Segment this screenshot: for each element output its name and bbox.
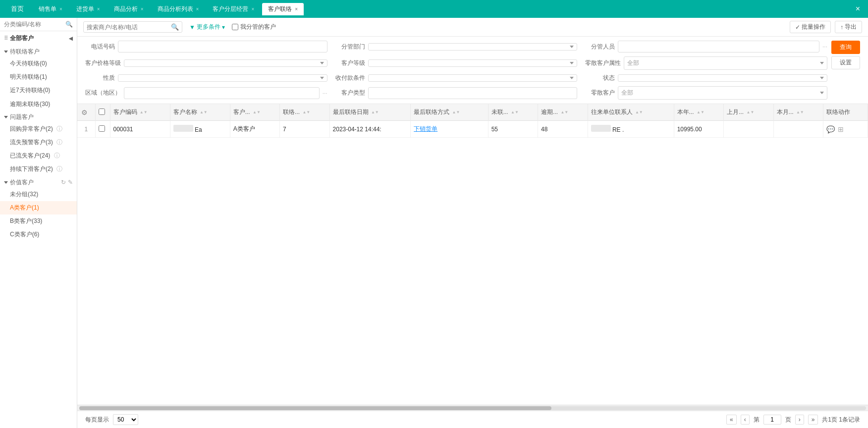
- export-icon: ↑: [840, 24, 843, 31]
- filter-status-select[interactable]: [618, 74, 827, 82]
- sidebar-item-today[interactable]: 今天待联络(0): [0, 57, 77, 70]
- nav-home[interactable]: 首页: [4, 2, 31, 15]
- filter-dept-select[interactable]: [368, 43, 578, 51]
- sidebar-item-repurchase-abnormal[interactable]: 回购异常客户(2) ⓘ: [0, 122, 77, 136]
- col-this-month[interactable]: 本月... ▲▼: [773, 104, 823, 121]
- sidebar-group-pending[interactable]: 待联络客户: [0, 46, 77, 57]
- nav-tab-sales[interactable]: 销售单 ×: [33, 3, 68, 15]
- filter-region-input[interactable]: [124, 87, 320, 99]
- sidebar-item-declining[interactable]: 持续下滑客户(2) ⓘ: [0, 162, 77, 176]
- col-not-contacted[interactable]: 未联... ▲▼: [488, 104, 538, 121]
- nav-tab-analysis-close[interactable]: ×: [141, 6, 144, 12]
- table-header: ⚙ 客户编码 ▲▼ 客户名称 ▲▼: [77, 104, 868, 121]
- page-size-select[interactable]: 50 100: [113, 414, 138, 425]
- last-page-btn[interactable]: »: [808, 415, 818, 425]
- filter-payment-label: 收付款条件: [335, 74, 365, 82]
- row-contact-person: RE .: [588, 121, 674, 138]
- sidebar-search-input[interactable]: [4, 21, 63, 28]
- value-edit-icon[interactable]: ✎: [68, 179, 73, 186]
- row-checkbox[interactable]: [99, 125, 105, 132]
- col-this-year[interactable]: 本年... ▲▼: [674, 104, 723, 121]
- sidebar-search-icon[interactable]: 🔍: [65, 21, 73, 28]
- query-button[interactable]: 查询: [831, 41, 860, 54]
- row-last-method-link[interactable]: 下销货单: [414, 125, 437, 132]
- nav-tab-sales-close[interactable]: ×: [59, 6, 62, 12]
- filter-phone-input[interactable]: [118, 41, 327, 53]
- sidebar-group-value[interactable]: 价值客户 ↻ ✎: [0, 176, 77, 188]
- sidebar-item-tomorrow[interactable]: 明天待联络(1): [0, 70, 77, 84]
- filter-more-btn[interactable]: ▼ 更多条件 ▾: [186, 21, 228, 33]
- chat-action-icon[interactable]: 💬: [826, 125, 835, 133]
- my-customers-checkbox[interactable]: [232, 24, 238, 30]
- nav-tab-analysis-list-close[interactable]: ×: [196, 6, 199, 12]
- sidebar-group-problem[interactable]: 问题客户: [0, 111, 77, 122]
- filter-sparse-attr-select[interactable]: 全部: [624, 56, 827, 70]
- col-contact-person[interactable]: 往来单位联系人 ▲▼: [588, 104, 674, 121]
- search-icon[interactable]: 🔍: [171, 23, 179, 31]
- filter-person-input[interactable]: [618, 41, 819, 53]
- filter-payment-select[interactable]: [368, 74, 578, 82]
- settings-icon[interactable]: ⚙: [81, 108, 88, 116]
- col-checkbox[interactable]: [95, 104, 110, 121]
- select-all-checkbox[interactable]: [99, 108, 105, 115]
- filter-price-level-select[interactable]: [124, 59, 327, 67]
- row-last-method[interactable]: 下销货单: [411, 121, 488, 138]
- nav-tab-purchase-close[interactable]: ×: [97, 6, 100, 12]
- batch-ops-btn[interactable]: ✓ 批量操作: [790, 21, 831, 33]
- filter-customer-level-select[interactable]: [368, 59, 578, 67]
- settings-button[interactable]: 设置: [831, 56, 860, 69]
- nav-close-all[interactable]: ×: [852, 2, 864, 15]
- pagination: 每页显示 50 100 « ‹ 第 页 › » 共1页 1条记录: [77, 411, 868, 428]
- col-level[interactable]: 客户... ▲▼: [230, 104, 279, 121]
- sidebar-item-c-class[interactable]: C类客户(6): [0, 228, 77, 241]
- grid-action-icon[interactable]: ⊞: [838, 125, 844, 133]
- scrollbar-thumb[interactable]: [79, 406, 551, 410]
- sidebar-item-b-class[interactable]: B类客户(33): [0, 214, 77, 228]
- nav-tab-analysis[interactable]: 商品分析 ×: [108, 3, 150, 15]
- col-name[interactable]: 客户名称 ▲▼: [170, 104, 230, 121]
- sidebar-all-customers[interactable]: ⠿ 全部客户 ◀: [0, 31, 77, 46]
- nav-tab-customer-tier[interactable]: 客户分层经营 ×: [207, 3, 260, 15]
- sidebar-item-churn-warning[interactable]: 流失预警客户(3) ⓘ: [0, 136, 77, 149]
- row-code[interactable]: 000031: [110, 121, 170, 138]
- filter-nature-label: 性质: [85, 74, 115, 82]
- sidebar-item-ungroup[interactable]: 未分组(32): [0, 188, 77, 201]
- nav-tab-customer-contact-close[interactable]: ×: [295, 6, 298, 12]
- filter-region-dots[interactable]: ···: [323, 90, 327, 97]
- sidebar-item-overdue[interactable]: 逾期未联络(30): [0, 98, 77, 111]
- nav-tab-customer-contact[interactable]: 客户联络 ×: [262, 3, 304, 15]
- search-input[interactable]: [87, 24, 169, 31]
- sidebar-item-7days[interactable]: 近7天待联络(0): [0, 84, 77, 97]
- row-checkbox-cell[interactable]: [95, 121, 110, 138]
- filter-customer-type-input[interactable]: [368, 87, 578, 99]
- my-customers-wrap[interactable]: 我分管的客户: [232, 23, 276, 31]
- horizontal-scrollbar[interactable]: [79, 406, 866, 410]
- page-number-input[interactable]: [763, 415, 781, 425]
- table-row: 1 000031 Ea A类客户 7 2023-04-12 14:44:: [77, 121, 868, 138]
- first-page-btn[interactable]: «: [726, 415, 737, 425]
- sidebar-item-a-class[interactable]: A类客户(1): [0, 201, 77, 214]
- row-contact-count: 7: [280, 121, 329, 138]
- filter-status: 状态: [585, 74, 827, 82]
- col-contact[interactable]: 联络... ▲▼: [280, 104, 329, 121]
- next-page-btn[interactable]: ›: [795, 415, 804, 425]
- filter-sparse-select[interactable]: 全部: [618, 86, 827, 100]
- nav-tab-purchase[interactable]: 进货单 ×: [70, 3, 106, 15]
- filter-sparse-attr-label: 零散客户属性: [585, 59, 621, 67]
- nav-tab-analysis-list[interactable]: 商品分析列表 ×: [152, 3, 205, 15]
- col-last-method[interactable]: 最后联络方式 ▲▼: [411, 104, 488, 121]
- filter-dept: 分管部门: [335, 43, 578, 51]
- export-btn[interactable]: ↑ 导出: [835, 21, 862, 33]
- filter-customer-type: 客户类型: [335, 87, 578, 99]
- col-code[interactable]: 客户编码 ▲▼: [110, 104, 170, 121]
- filter-person-dots[interactable]: ···: [822, 43, 827, 50]
- col-overdue[interactable]: 逾期... ▲▼: [538, 104, 588, 121]
- filter-nature-select[interactable]: [118, 74, 327, 82]
- nav-tab-customer-tier-close[interactable]: ×: [251, 6, 254, 12]
- sidebar-item-churned[interactable]: 已流失客户(24) ⓘ: [0, 149, 77, 162]
- col-last-month[interactable]: 上月... ▲▼: [724, 104, 773, 121]
- col-last-date[interactable]: 最后联络日期 ▲▼: [329, 104, 411, 121]
- value-refresh-icon[interactable]: ↻: [61, 179, 66, 186]
- col-settings[interactable]: ⚙: [77, 104, 95, 121]
- prev-page-btn[interactable]: ‹: [741, 415, 750, 425]
